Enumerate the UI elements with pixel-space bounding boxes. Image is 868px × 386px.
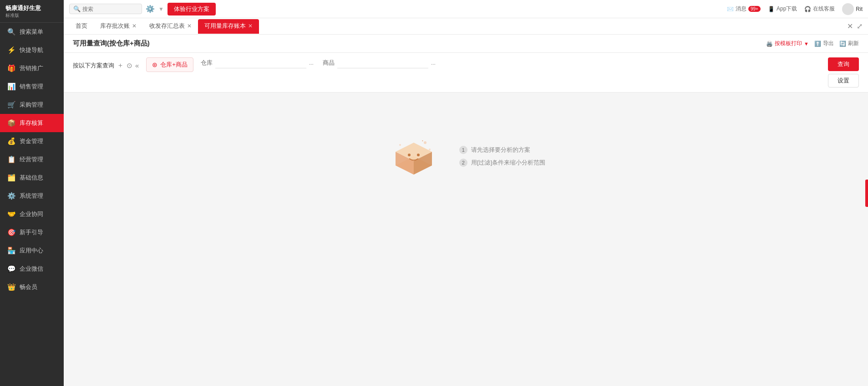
app-download-button[interactable]: 📱 App下载 bbox=[768, 5, 797, 13]
filter-area: 按以下方案查询 ＋ ⊙ « ⊛ 仓库+商品 仓库 ... 商品 bbox=[64, 53, 868, 93]
sidebar-item-tutorial[interactable]: 🎯 新手引导 bbox=[0, 223, 64, 242]
sidebar-item-marketing[interactable]: 🎁 营销推广 bbox=[0, 59, 64, 77]
refresh-button[interactable]: 🔄 刷新 bbox=[839, 40, 859, 47]
tab-home[interactable]: 首页 bbox=[69, 19, 94, 34]
hint-item-1: 1 请先选择要分析的方案 bbox=[459, 146, 545, 154]
store-icon: 🏪 bbox=[7, 247, 16, 255]
sidebar-logo-subtitle: 标准版 bbox=[5, 12, 58, 19]
sidebar-item-app[interactable]: 🏪 应用中心 bbox=[0, 242, 64, 260]
svg-point-6 bbox=[424, 141, 426, 144]
sidebar-item-inventory[interactable]: 📦 库存核算 bbox=[0, 114, 64, 132]
sidebar-label-inventory: 库存核算 bbox=[20, 119, 43, 127]
query-fields: 仓库 ... 商品 ... bbox=[201, 57, 821, 68]
message-button[interactable]: ✉️ 消息 99+ bbox=[727, 5, 761, 13]
sidebar-item-shortcut[interactable]: ⚡ 快捷导航 bbox=[0, 41, 64, 59]
add-scheme-icon[interactable]: ＋ bbox=[117, 61, 124, 70]
export-label: 导出 bbox=[823, 40, 834, 47]
product-input[interactable] bbox=[337, 57, 428, 68]
sidebar-item-member[interactable]: 👑 畅会员 bbox=[0, 278, 64, 296]
template-print-label: 按模板打印 bbox=[775, 40, 802, 47]
export-button[interactable]: ⬆️ 导出 bbox=[814, 40, 834, 47]
product-field-group: 商品 ... bbox=[323, 57, 436, 68]
tabbar: 首页 库存批次账 ✕ 收发存汇总表 ✕ 可用量库存账本 ✕ ✕ ⤢ bbox=[64, 18, 868, 35]
tab-batch-ledger[interactable]: 库存批次账 ✕ bbox=[94, 19, 143, 34]
sidebar-label-search: 搜索菜单 bbox=[20, 28, 43, 36]
lightning-icon: ⚡ bbox=[7, 46, 16, 54]
tab-close-batch[interactable]: ✕ bbox=[132, 23, 137, 29]
search-icon: 🔍 bbox=[7, 28, 16, 36]
empty-illustration: • bbox=[386, 129, 441, 184]
tab-close-available[interactable]: ✕ bbox=[248, 23, 253, 29]
filter-label-group: 按以下方案查询 ＋ ⊙ « bbox=[73, 57, 139, 70]
sidebar-item-wechat[interactable]: 💬 企业微信 bbox=[0, 260, 64, 278]
sidebar-item-finance[interactable]: 💰 资金管理 bbox=[0, 132, 64, 150]
gear-icon: ⚙️ bbox=[7, 192, 16, 200]
sidebar-scroll: 🔍 搜索菜单 ⚡ 快捷导航 🎁 营销推广 📊 销售管理 🛒 采购管理 📦 库存核… bbox=[0, 23, 64, 386]
hint-num-2: 2 bbox=[459, 159, 467, 167]
warehouse-input[interactable] bbox=[215, 57, 306, 68]
user-avatar bbox=[842, 3, 854, 15]
setting-button[interactable]: 设置 bbox=[828, 74, 859, 87]
user-menu[interactable]: Rit bbox=[842, 3, 863, 15]
sidebar-item-basic[interactable]: 🗂️ 基础信息 bbox=[0, 169, 64, 187]
sidebar-item-purchase[interactable]: 🛒 采购管理 bbox=[0, 96, 64, 114]
sidebar-item-operation[interactable]: 📋 经营管理 bbox=[0, 150, 64, 169]
tabbar-right: ✕ ⤢ bbox=[847, 22, 863, 31]
app-label: App下载 bbox=[777, 5, 797, 13]
product-label: 商品 bbox=[323, 59, 335, 67]
search-icon: 🔍 bbox=[73, 5, 81, 12]
tab-available-label: 可用量库存账本 bbox=[204, 22, 246, 30]
content-area: 可用量查询(按仓库+商品) 🖨️ 按模板打印 ▼ ⬆️ 导出 🔄 刷新 bbox=[64, 35, 868, 386]
scheme-icon: ⊛ bbox=[152, 61, 157, 68]
sidebar-logo-title: 畅康通好生意 bbox=[5, 5, 58, 12]
hint-text-1: 请先选择要分析的方案 bbox=[471, 146, 530, 154]
sidebar-item-enterprise[interactable]: 🤝 企业协同 bbox=[0, 205, 64, 223]
tab-deposit-summary[interactable]: 收发存汇总表 ✕ bbox=[143, 19, 198, 34]
sidebar-label-shortcut: 快捷导航 bbox=[20, 46, 43, 54]
sidebar-label-finance: 资金管理 bbox=[20, 137, 43, 145]
target-icon: 🎯 bbox=[7, 228, 16, 237]
svg-text:•: • bbox=[422, 139, 423, 143]
headset-icon: 🎧 bbox=[804, 6, 811, 12]
template-print-button[interactable]: 🖨️ 按模板打印 ▼ bbox=[766, 40, 809, 47]
warehouse-label: 仓库 bbox=[201, 59, 213, 67]
hint-num-1: 1 bbox=[459, 146, 467, 154]
online-service-button[interactable]: 🎧 在线客服 bbox=[804, 5, 835, 13]
tab-close-deposit[interactable]: ✕ bbox=[187, 23, 192, 29]
trial-button[interactable]: 体验行业方案 bbox=[168, 3, 216, 15]
filter-label-text: 按以下方案查询 bbox=[73, 62, 114, 70]
sidebar-label-operation: 经营管理 bbox=[20, 155, 43, 164]
topbar-chevron[interactable]: ▼ bbox=[158, 6, 164, 12]
folder-icon: 🗂️ bbox=[7, 174, 16, 182]
sidebar-label-tutorial: 新手引导 bbox=[20, 228, 43, 237]
right-scroll-handle[interactable] bbox=[865, 180, 868, 207]
scheme-setting-icon[interactable]: ⊙ bbox=[127, 62, 132, 70]
scheme-warehouse-product[interactable]: ⊛ 仓库+商品 bbox=[146, 57, 193, 72]
topbar-search-input[interactable] bbox=[82, 6, 132, 12]
collapse-icon[interactable]: « bbox=[135, 62, 139, 69]
topbar-search-box[interactable]: 🔍 bbox=[69, 4, 142, 14]
refresh-label: 刷新 bbox=[848, 40, 859, 47]
tab-batch-label: 库存批次账 bbox=[100, 22, 130, 30]
tabbar-close-icon[interactable]: ✕ bbox=[847, 22, 853, 31]
box-icon: 📦 bbox=[7, 119, 16, 127]
refresh-icon: 🔄 bbox=[839, 41, 846, 47]
product-more[interactable]: ... bbox=[431, 60, 436, 66]
handshake-icon: 🤝 bbox=[7, 210, 16, 218]
service-label: 在线客服 bbox=[813, 5, 835, 13]
sidebar-item-system[interactable]: ⚙️ 系统管理 bbox=[0, 187, 64, 205]
warehouse-more[interactable]: ... bbox=[309, 60, 314, 66]
sidebar-label-purchase: 采购管理 bbox=[20, 101, 43, 109]
gear-settings-icon[interactable]: ⚙️ bbox=[146, 5, 155, 13]
sidebar-item-search[interactable]: 🔍 搜索菜单 bbox=[0, 23, 64, 41]
username-label: Rit bbox=[856, 6, 863, 12]
chevron-down-icon[interactable]: ▼ bbox=[804, 41, 809, 46]
printer-icon: 🖨️ bbox=[766, 41, 773, 47]
hint-text-2: 用[过滤]条件来缩小分析范围 bbox=[471, 159, 545, 167]
tab-available-ledger[interactable]: 可用量库存账本 ✕ bbox=[198, 19, 259, 34]
page-actions: 🖨️ 按模板打印 ▼ ⬆️ 导出 🔄 刷新 bbox=[766, 40, 859, 47]
tabbar-expand-icon[interactable]: ⤢ bbox=[857, 22, 863, 31]
query-button[interactable]: 查询 bbox=[828, 57, 859, 71]
sidebar-item-sales[interactable]: 📊 销售管理 bbox=[0, 77, 64, 96]
action-buttons: 查询 设置 bbox=[828, 57, 859, 87]
